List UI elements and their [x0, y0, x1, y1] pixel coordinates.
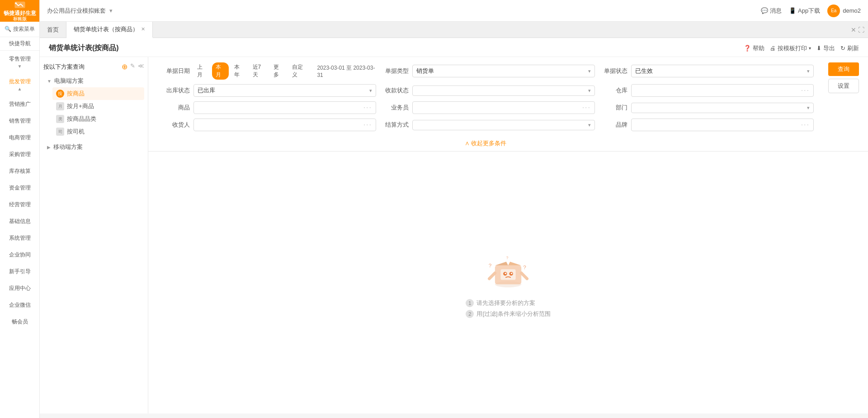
wh-status-value: 已出库 — [198, 86, 215, 95]
sidebar-item-basic[interactable]: 基础信息 — [0, 213, 39, 230]
settlement-dropdown[interactable]: ▾ — [412, 120, 595, 130]
refresh-btn[interactable]: ↻ 刷新 — [840, 44, 859, 52]
stock-label: 库存核算 — [9, 167, 31, 175]
export-btn[interactable]: ⬇ 导出 — [816, 44, 835, 52]
receiver-input[interactable]: ··· — [193, 119, 376, 131]
marketing-label: 营销推广 — [9, 100, 31, 108]
search-menu[interactable]: 🔍 搜索菜单 — [0, 22, 39, 37]
sidebar-item-finance[interactable]: 资金管理 — [0, 180, 39, 196]
ecommerce-label: 电商管理 — [9, 134, 31, 142]
salesperson-dots: ··· — [582, 104, 591, 112]
wh-status-dropdown[interactable]: 已出库 ▾ — [193, 84, 376, 97]
page: 销货单统计表(按商品) ❓ 帮助 🖨 按模板打印 ▾ ⬇ 导出 — [40, 38, 868, 413]
empty-hint-2: 2 用[过滤]条件来缩小分析范围 — [466, 310, 550, 318]
sidebar-item-enterprise[interactable]: 企业协同 — [0, 247, 39, 263]
goods-input[interactable]: ··· — [193, 101, 376, 114]
collapse-bar[interactable]: ∧ 收起更多条件 — [157, 136, 814, 151]
tab-home[interactable]: 首页 — [40, 22, 66, 38]
basic-label: 基础信息 — [9, 218, 31, 225]
app-logo: 畅捷通好生意 标账版 — [0, 0, 39, 22]
department-dropdown[interactable]: ▾ — [631, 103, 814, 113]
edit-scheme-btn[interactable]: ✎ — [130, 62, 135, 71]
filter-settlement-cell: 结算方式 ▾ — [376, 119, 595, 131]
left-panel-header: 按以下方案查询 ⊕ ✎ ≪ — [43, 62, 144, 71]
message-btn[interactable]: 💬 消息 — [761, 7, 782, 15]
date-tab-7days[interactable]: 近7天 — [249, 62, 269, 80]
date-tab-last-month[interactable]: 上月 — [193, 62, 210, 80]
sidebar-item-member[interactable]: 畅会员 — [0, 314, 39, 330]
tab-report-label: 销货单统计表（按商品） — [74, 25, 138, 33]
tab-expand-btn[interactable]: ⛶ — [858, 26, 864, 33]
svg-point-1 — [15, 2, 17, 4]
filter-row-4: 收货人 ··· 结算方式 — [157, 119, 814, 131]
sidebar-item-purchase[interactable]: 采购管理 — [0, 146, 39, 163]
filter-wh-status-cell: 出库状态 已出库 ▾ — [157, 84, 376, 97]
doctype-dropdown[interactable]: 销货单 ▾ — [412, 65, 595, 77]
sidebar-item-appstore[interactable]: 应用中心 — [0, 280, 39, 297]
tree-children: 按 按商品 月 按月+商品 类 按商品品类 司 — [43, 87, 144, 138]
by-month-product-icon: 月 — [56, 102, 64, 110]
hint-num-1: 1 — [466, 299, 474, 307]
collapse-panel-btn[interactable]: ≪ — [138, 62, 144, 71]
sidebar-item-ecommerce[interactable]: 电商管理 — [0, 129, 39, 146]
app-sub: 标账版 — [13, 16, 27, 22]
template-print-arrow: ▾ — [809, 46, 811, 51]
template-print-btn[interactable]: 🖨 按模板打印 ▾ — [770, 44, 811, 52]
docstatus-value: 已生效 — [635, 67, 653, 75]
date-range: 2023-03-01 至 2023-03-31 — [317, 64, 376, 78]
date-tab-this-month[interactable]: 本月 — [212, 62, 229, 80]
collection-status-dropdown[interactable]: ▾ — [412, 86, 595, 96]
filter-date-cell: 单据日期 上月 本月 本年 近7天 更多 自定义 — [157, 62, 376, 80]
add-scheme-btn[interactable]: ⊕ — [122, 62, 127, 71]
print-icon: 🖨 — [770, 45, 776, 52]
sidebar-item-retail[interactable]: 零售管理 ▼ — [0, 51, 39, 73]
department-arrow: ▾ — [807, 105, 810, 111]
sidebar-item-stock[interactable]: 库存核算 — [0, 163, 39, 180]
tree-mobile-header[interactable]: ▶ 移动端方案 — [43, 141, 144, 153]
page-body: 按以下方案查询 ⊕ ✎ ≪ ▼ 电脑端方案 按 — [40, 57, 868, 413]
search-icon: 🔍 — [5, 26, 11, 32]
user-label: demo2 — [843, 7, 861, 14]
tree-item-by-product[interactable]: 按 按商品 — [52, 87, 144, 100]
app-name: 畅捷通好生意 — [4, 10, 36, 16]
wh-status-arrow: ▾ — [369, 88, 372, 94]
query-btn[interactable]: 查询 — [828, 62, 859, 76]
help-btn[interactable]: ❓ 帮助 — [744, 44, 764, 52]
svg-text:?: ? — [523, 264, 526, 270]
date-tab-more[interactable]: 更多 — [270, 62, 287, 80]
tree-item-by-category[interactable]: 类 按商品品类 — [52, 113, 144, 125]
sidebar-item-wholesale[interactable]: 批发管理 ▲ — [0, 73, 39, 96]
warehouse-label: 仓库 — [595, 86, 631, 95]
warehouse-dots: ··· — [801, 86, 810, 95]
tree-item-by-cashier[interactable]: 司 按司机 — [52, 125, 144, 138]
tree-desktop-header[interactable]: ▼ 电脑端方案 — [43, 75, 144, 87]
hint-text-1: 请先选择要分析的方案 — [476, 299, 535, 307]
svg-text:?: ? — [489, 262, 492, 268]
sidebar-item-corpwechat[interactable]: 企业微信 — [0, 297, 39, 314]
receiver-label: 收货人 — [157, 121, 193, 129]
template-print-label: 按模板打印 — [778, 44, 807, 52]
settlement-label: 结算方式 — [376, 121, 412, 129]
user-menu[interactable]: Ea demo2 — [827, 5, 861, 17]
tab-report-close[interactable]: ✕ — [141, 26, 145, 32]
settings-btn[interactable]: 设置 — [828, 79, 859, 93]
sidebar-item-guide[interactable]: 新手引导 — [0, 263, 39, 280]
app-download-btn[interactable]: 📱 App下载 — [789, 7, 820, 15]
sidebar-item-marketing[interactable]: 营销推广 — [0, 96, 39, 113]
tree-item-by-month-product[interactable]: 月 按月+商品 — [52, 100, 144, 113]
logo-icon — [14, 0, 26, 9]
sidebar-item-sales[interactable]: 销售管理 — [0, 113, 39, 129]
date-tab-custom[interactable]: 自定义 — [288, 62, 310, 80]
sidebar-item-operation[interactable]: 经营管理 — [0, 196, 39, 213]
left-panel-title: 按以下方案查询 — [43, 63, 85, 71]
salesperson-input[interactable]: ··· — [412, 101, 595, 114]
sidebar-item-system[interactable]: 系统管理 — [0, 230, 39, 247]
brand-input[interactable]: ··· — [631, 119, 814, 131]
tab-report[interactable]: 销货单统计表（按商品） ✕ — [66, 22, 153, 38]
docstatus-dropdown[interactable]: 已生效 ▾ — [631, 65, 814, 77]
warehouse-input[interactable]: ··· — [631, 84, 814, 97]
date-tab-this-year[interactable]: 本年 — [231, 62, 247, 80]
svg-point-8 — [511, 272, 512, 274]
quick-nav[interactable]: 快捷导航 — [0, 37, 39, 51]
tab-close-btn[interactable]: ✕ — [851, 26, 856, 33]
